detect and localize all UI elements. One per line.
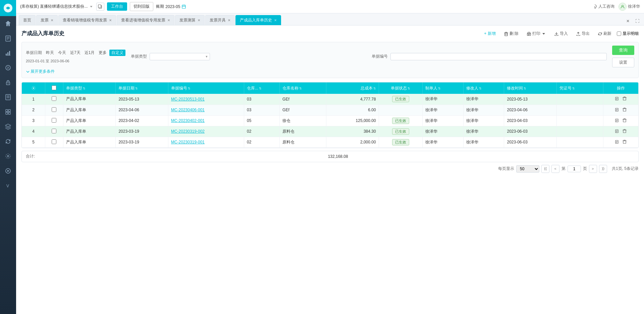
tab-purchase-vat[interactable]: 查看进项增值税专用发票 ✕	[117, 15, 174, 25]
add-button[interactable]: + 新增	[481, 29, 498, 38]
row-delete-button[interactable]	[622, 96, 628, 103]
prev-page-button[interactable]: ＜	[551, 165, 559, 173]
last-page-button[interactable]: ⟩⟩	[599, 165, 607, 173]
col-total-header[interactable]: 总成本⇅	[326, 82, 379, 94]
col-voucher-header[interactable]: 凭证号⇅	[556, 82, 603, 94]
type-filter-select[interactable]: 产品入库单	[150, 53, 210, 60]
set-button[interactable]: 设置	[612, 58, 634, 67]
col-settings[interactable]	[22, 82, 45, 94]
row-edit-button[interactable]	[614, 139, 620, 146]
col-type-header[interactable]: 单据类型⇅	[63, 82, 115, 94]
row-num[interactable]: MC-20230513-001	[168, 94, 244, 105]
sidebar-item-chart[interactable]	[0, 46, 16, 60]
row-num[interactable]: MC-20230402-001	[168, 115, 244, 126]
row-checkbox[interactable]	[52, 129, 56, 133]
query-button[interactable]: 查询	[612, 46, 634, 55]
first-page-button[interactable]: ⟨⟨	[541, 165, 549, 173]
row-num[interactable]: MC-20230319-002	[168, 126, 244, 137]
row-delete-button[interactable]	[622, 107, 628, 114]
row-edit-button[interactable]	[614, 107, 620, 114]
tab-inventory-history-close[interactable]: ✕	[274, 18, 277, 22]
tab-maximize-button[interactable]: ⛶	[633, 17, 641, 25]
row-check[interactable]	[45, 94, 63, 105]
sidebar-item-refresh[interactable]	[0, 134, 16, 149]
sidebar-item-box[interactable]	[0, 119, 16, 134]
row-check[interactable]	[45, 126, 63, 137]
sidebar-item-invoice[interactable]	[0, 31, 16, 46]
row-checkbox[interactable]	[52, 118, 56, 123]
tab-sale-vat-close[interactable]: ✕	[109, 18, 112, 22]
tab-inventory-history[interactable]: 产成品入库单历史 ✕	[235, 15, 281, 25]
page-number-input[interactable]	[568, 166, 581, 172]
row-num-link[interactable]: MC-20230406-001	[171, 108, 205, 112]
row-check[interactable]	[45, 105, 63, 115]
date-7days[interactable]: 近7天	[69, 50, 82, 56]
date-today[interactable]: 今天	[57, 50, 67, 56]
row-edit-button[interactable]	[614, 128, 620, 135]
app-title[interactable]: (库存核算) 直播轻绑通信息技术股份...	[20, 4, 94, 9]
row-check[interactable]	[45, 115, 63, 126]
tab-issue-close[interactable]: ✕	[228, 18, 230, 22]
col-modifier-header[interactable]: 修改人⇅	[463, 82, 504, 94]
col-wname-header[interactable]: 仓库名称⇅	[280, 82, 326, 94]
export-button[interactable]: 导出	[573, 29, 592, 38]
show-detail-checkbox[interactable]	[617, 32, 621, 36]
user-menu[interactable]: 徐泽华	[619, 3, 640, 11]
tab-invoice-close[interactable]: ✕	[51, 18, 53, 22]
date-more[interactable]: 更多	[97, 50, 108, 56]
tab-calc[interactable]: 发票测算 ✕	[175, 15, 205, 25]
row-delete-button[interactable]	[622, 139, 628, 146]
col-status-header[interactable]: 单据状态⇅	[379, 82, 422, 94]
col-modtime-header[interactable]: 修改时间⇅	[504, 82, 556, 94]
delete-button[interactable]: 删 除	[501, 29, 521, 38]
col-date-header[interactable]: 单据日期⇅	[116, 82, 168, 94]
date-1month[interactable]: 近1月	[83, 50, 96, 56]
col-warehouse-header[interactable]: 仓库...⇅	[244, 82, 279, 94]
row-num[interactable]: MC-20230406-001	[168, 105, 244, 115]
col-checkbox[interactable]	[45, 82, 63, 94]
row-edit-button[interactable]	[614, 96, 620, 103]
row-num-link[interactable]: MC-20230402-001	[171, 118, 205, 123]
tab-sale-vat[interactable]: 查看销项增值税专用发票 ✕	[58, 15, 116, 25]
row-num[interactable]: MC-20230319-001	[168, 137, 244, 147]
select-all-checkbox[interactable]	[52, 85, 56, 90]
tab-close-all-button[interactable]: ✕	[624, 17, 632, 25]
print-button[interactable]: 打印	[524, 29, 549, 38]
row-num-link[interactable]: MC-20230319-001	[171, 140, 205, 144]
tab-invoice[interactable]: 发票 ✕	[36, 15, 58, 25]
old-version-button[interactable]: 切到旧版	[130, 2, 153, 11]
row-edit-button[interactable]	[614, 117, 620, 124]
sidebar-item-play[interactable]	[0, 164, 16, 178]
next-page-button[interactable]: ＞	[589, 165, 597, 173]
tab-home[interactable]: 首页	[19, 15, 36, 25]
sidebar-item-home[interactable]	[0, 16, 16, 31]
refresh-button[interactable]: 刷新	[595, 29, 614, 38]
row-checkbox[interactable]	[52, 139, 56, 144]
sidebar-item-settings[interactable]	[0, 149, 16, 164]
date-custom[interactable]: 自定义	[109, 50, 125, 56]
show-detail-toggle[interactable]: 显示明细	[617, 31, 639, 37]
tab-purchase-vat-close[interactable]: ✕	[167, 18, 170, 22]
per-page-select[interactable]: 50 100 200	[516, 165, 539, 173]
row-delete-button[interactable]	[622, 117, 628, 124]
row-check[interactable]	[45, 137, 63, 147]
sidebar-item-tax[interactable]	[0, 60, 16, 75]
tab-calc-close[interactable]: ✕	[198, 18, 200, 22]
row-delete-button[interactable]	[622, 128, 628, 135]
row-num-link[interactable]: MC-20230513-001	[171, 97, 205, 102]
import-button[interactable]: 导入	[551, 29, 571, 38]
num-filter-input[interactable]	[390, 53, 607, 60]
row-num-link[interactable]: MC-20230319-002	[171, 129, 205, 134]
col-creator-header[interactable]: 制单人⇅	[423, 82, 464, 94]
workbench-button[interactable]: 工作台	[107, 2, 127, 11]
col-num-header[interactable]: 单据编号⇅	[168, 82, 244, 94]
sidebar-item-lock[interactable]	[0, 75, 16, 90]
sidebar-item-doc[interactable]	[0, 90, 16, 105]
tab-issue[interactable]: 发票开具 ✕	[205, 15, 235, 25]
row-checkbox[interactable]	[52, 96, 56, 101]
sidebar-item-v[interactable]: V	[0, 178, 16, 193]
sidebar-item-grid[interactable]	[0, 105, 16, 119]
row-checkbox[interactable]	[52, 107, 56, 112]
expand-filter[interactable]: 展开更多条件	[26, 69, 634, 74]
copy-button[interactable]	[96, 3, 104, 11]
